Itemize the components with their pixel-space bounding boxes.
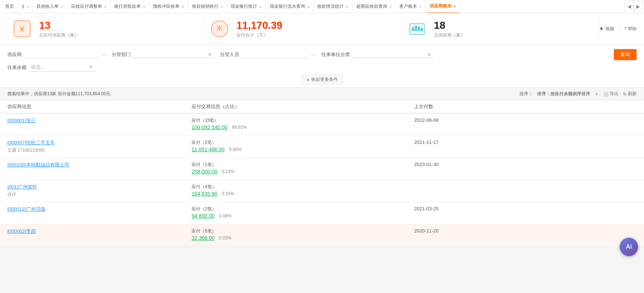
collapse-icon: ∧ — [307, 77, 310, 82]
tx-pct: 0.08% — [219, 213, 231, 218]
person-input[interactable] — [241, 51, 308, 58]
video-link[interactable]: ▶ 视频 — [600, 26, 614, 32]
dept-chevron-icon: ▼ — [208, 52, 212, 57]
svg-rect-6 — [415, 26, 417, 31]
summary-card-payable: ¥ 13 总应付供应商（家） — [7, 18, 205, 40]
total-suppliers-count: 18 — [434, 19, 465, 32]
top-nav: 首页 3 × 其他收入单 × 应收应付调整单 × 银行存取款单 × 预收冲应收单… — [0, 0, 644, 13]
supplier-dots-btn[interactable]: ··· — [101, 52, 106, 58]
supplier-name-link[interactable]: [001]广州荣轩 — [7, 184, 37, 190]
balance-select[interactable]: 请选... ▼ — [29, 63, 95, 72]
nav-tab-cash-flow[interactable]: 现金银行流水查询 × — [266, 0, 314, 13]
sort-select[interactable]: 排序：按应付余额倒序排序 — [537, 91, 590, 97]
tx-amount-link[interactable]: 32,366.00 — [192, 235, 214, 241]
last-pay-cell: 2023-01-30 — [414, 162, 637, 167]
person-dots-btn[interactable]: ··· — [311, 52, 316, 58]
filter-person: 分管人员 ··· — [220, 51, 316, 58]
supplier-info-cell: [000012]广州贝瑞 — [7, 206, 192, 213]
tx-pct: 0.15% — [222, 191, 234, 196]
close-tab-prepay[interactable]: × — [182, 4, 184, 9]
svg-rect-8 — [421, 28, 423, 31]
nav-tab-adjustment[interactable]: 应收应付调整单 × — [67, 0, 111, 13]
close-tab-other[interactable]: × — [61, 4, 63, 9]
nav-tab-cash-stats[interactable]: 现金银行统计 × — [227, 0, 266, 13]
tx-amount-link[interactable]: 164,635.90 — [192, 191, 217, 197]
export-btn[interactable]: ⬜ 导出 — [603, 91, 619, 97]
close-tab-collection[interactable]: × — [221, 4, 223, 9]
tx-row: 164,635.90 0.15% — [192, 191, 414, 197]
tx-info-cell: 应付（15笔） 100,092,540.00 89.61% — [192, 117, 414, 130]
video-icon: ▶ — [600, 26, 604, 31]
filter-row-2: 往来余额 请选... ▼ — [7, 63, 637, 72]
supplier-info-cell: [000007]恒旺二手叉车 王通 17106110000 — [7, 139, 192, 154]
svg-rect-5 — [412, 27, 414, 31]
nav-tab-customer-ledger[interactable]: 客户账本 × — [396, 0, 426, 13]
dept-select[interactable]: ▼ — [133, 52, 214, 58]
supplier-name-link[interactable]: [000007]恒旺二手叉车 — [7, 140, 55, 145]
unit-class-select[interactable]: ▼ — [352, 52, 433, 58]
tx-amount-link[interactable]: 100,092,540.00 — [192, 124, 227, 130]
nav-tab-3[interactable]: 3 × — [18, 0, 33, 13]
supplier-name-link[interactable]: [000100]本特勤油品有限公司 — [7, 162, 69, 168]
nav-tab-bank[interactable]: 银行存取款单 × — [111, 0, 149, 13]
table-row: [000002]李四 应付（5笔） 32,366.00 0.03% 2020-1… — [0, 224, 644, 247]
nav-tab-other-income[interactable]: 其他收入单 × — [33, 0, 67, 13]
nav-tab-supplier-ledger[interactable]: 供应商账本 × — [426, 0, 460, 13]
tx-label: 应付（2笔） — [192, 139, 414, 146]
tx-row: 32,366.00 0.03% — [192, 235, 414, 241]
nav-tab-prepay[interactable]: 预收冲应收单 × — [149, 0, 188, 13]
close-tab-cash-stats[interactable]: × — [259, 4, 262, 9]
summary-bar: ¥ 13 总应付供应商（家） 米 11,170.39 应付合计（万） — [0, 13, 644, 45]
nav-arrow-right[interactable]: ▶ — [634, 0, 643, 13]
card-text-total: 11,170.39 应付合计（万） — [237, 19, 283, 39]
supplier-name-link[interactable]: [000001]张三 — [7, 118, 36, 123]
filter-supplier: 供应商 ··· — [7, 51, 106, 58]
nav-arrows: ◀ ▶ — [625, 0, 643, 13]
supplier-name-link[interactable]: [000012]广州贝瑞 — [7, 206, 45, 212]
supplier-input[interactable] — [24, 51, 98, 58]
table-body: [000001]张三 应付（15笔） 100,092,540.00 89.61%… — [0, 114, 644, 247]
person-filter-label: 分管人员 — [220, 51, 239, 58]
close-tab-adjustment[interactable]: × — [104, 4, 106, 9]
close-tab-cash-flow[interactable]: × — [307, 4, 309, 9]
tx-label: 应付（1笔） — [192, 162, 414, 168]
nav-tab-overdue[interactable]: 超期应收款查询 × — [353, 0, 396, 13]
close-tab-customer-ledger[interactable]: × — [419, 4, 421, 9]
table-row: [000012]广州贝瑞 应付（2笔） 94,600.00 0.08% 2021… — [0, 202, 644, 224]
close-tab-bank[interactable]: × — [143, 4, 145, 9]
tx-pct: 0.23% — [222, 169, 234, 174]
query-button[interactable]: 查询 — [614, 49, 637, 60]
last-pay-date: 2023-01-30 — [414, 162, 439, 167]
nav-tab-home[interactable]: 首页 — [1, 0, 18, 13]
last-pay-date: 2021-03-25 — [414, 206, 439, 211]
nav-tab-collection[interactable]: 收款核销执行 × — [188, 0, 227, 13]
tx-pct: 89.61% — [232, 125, 247, 130]
tx-row: 100,092,540.00 89.61% — [192, 124, 414, 130]
last-pay-cell: 2022-08-08 — [414, 117, 637, 123]
nav-arrow-left[interactable]: ◀ — [625, 0, 634, 13]
unit-class-label: 往来单位分类 — [321, 51, 350, 58]
payable-suppliers-label: 总应付供应商（家） — [39, 32, 79, 38]
data-table: 供应商信息 应付交易信息（占比） 上次付数 [000001]张三 应付（15笔）… — [0, 100, 644, 247]
card-text-suppliers: 18 总供应商（家） — [434, 19, 465, 39]
collapse-btn[interactable]: ∧ 收起更多条件 — [302, 75, 343, 85]
tx-info-cell: 应付（4笔） 164,635.90 0.15% — [192, 184, 414, 197]
refresh-btn[interactable]: ↻ 刷新 — [623, 91, 637, 97]
close-tab-overdue[interactable]: × — [389, 4, 392, 9]
supplier-name-link[interactable]: [000002]李四 — [7, 228, 36, 234]
help-icon: ? — [624, 26, 627, 31]
payable-suppliers-count: 13 — [39, 19, 79, 32]
nav-tab-collection-stats[interactable]: 收款情况统计 × — [314, 0, 352, 13]
close-tab-3[interactable]: × — [27, 4, 29, 9]
tx-amount-link[interactable]: 258,000.00 — [192, 169, 217, 175]
last-pay-date: 2021-11-17 — [414, 139, 439, 145]
close-tab-supplier-ledger[interactable]: × — [454, 4, 456, 8]
tx-amount-link[interactable]: 94,600.00 — [192, 213, 214, 219]
close-tab-collection-stats[interactable]: × — [346, 4, 348, 9]
card-icon-total: 米 — [209, 18, 231, 40]
tx-amount-link[interactable]: 11,051,486.00 — [192, 146, 225, 152]
help-link[interactable]: ? 帮助 — [624, 26, 637, 32]
tx-row: 258,000.00 0.23% — [192, 169, 414, 175]
last-pay-cell: 2021-03-25 — [414, 206, 637, 211]
balance-chevron-icon: ▼ — [89, 65, 93, 69]
